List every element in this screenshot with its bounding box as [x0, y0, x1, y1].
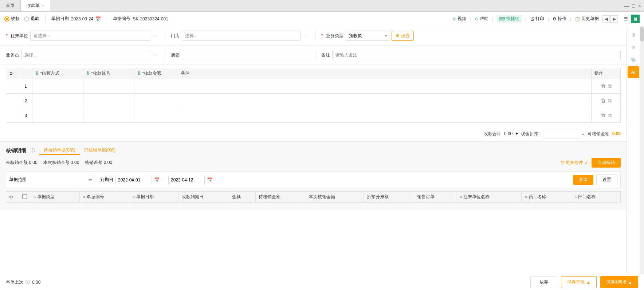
row2-setting [6, 94, 19, 108]
tab-home[interactable]: 首页 [0, 0, 21, 11]
table-row: 1 🗑 ⧉ [6, 79, 621, 94]
verify-info-icon[interactable]: ⓘ [31, 148, 35, 154]
business-type-select[interactable] [346, 31, 389, 41]
help-action[interactable]: ⊙ 帮助 [475, 16, 488, 22]
tab-close-icon[interactable]: × [42, 4, 44, 8]
partner-more-btn[interactable]: ··· [152, 33, 159, 38]
restore-icon[interactable]: □ [632, 3, 635, 9]
row1-settlement[interactable] [32, 79, 83, 94]
row2-remark[interactable] [178, 94, 592, 108]
cal-to-icon[interactable]: 📅 [207, 177, 212, 183]
table-row: 3 🗑 ⧉ [6, 108, 621, 123]
verify-settings-btn[interactable]: 设置 [596, 175, 617, 185]
row3-remark[interactable] [178, 108, 592, 123]
business-type-select-wrapper: ▼ [346, 31, 389, 41]
salesperson-input[interactable] [21, 50, 150, 60]
print-action[interactable]: 🖨 打印 [530, 16, 544, 22]
sidebar-ai-icon[interactable]: Ai [628, 66, 639, 78]
radio-refund[interactable]: 退款 [24, 16, 39, 22]
row1-delete-icon[interactable]: 🗑 [601, 83, 606, 89]
remark-input[interactable] [332, 50, 621, 60]
tab-bar: 首页 收款单 × — □ × [0, 0, 644, 12]
row3-delete-icon[interactable]: 🗑 [601, 112, 606, 118]
select-all-checkbox[interactable] [22, 194, 27, 199]
sidebar-table-icon[interactable]: ⊞ [628, 29, 639, 41]
discard-btn[interactable]: 放弃 [530, 276, 557, 288]
more-conditions-label: 更多条件 [566, 160, 583, 166]
store-input[interactable] [182, 31, 301, 41]
data-table-section: ⚙ ⇅ *结算方式 ⇅ *收款账号 ⇅ *收款金额 [0, 65, 627, 126]
salesperson-more-btn[interactable]: ··· [152, 52, 159, 58]
history-action[interactable]: 📋 历史单据 [575, 16, 599, 22]
form-row-2: 业务员 ··· 摘要 备注 [6, 48, 621, 62]
settings-button[interactable]: ⚙ 设置 [392, 31, 414, 41]
radio-receipt[interactable]: 收款 [4, 16, 20, 22]
col-doc-date-header: ⇅ 单据日期 [129, 192, 179, 203]
discount-input[interactable] [543, 129, 579, 138]
due-date-to-input[interactable] [168, 175, 205, 185]
row3-account[interactable] [83, 108, 134, 123]
row2-settlement[interactable] [32, 94, 83, 108]
save-draft-btn[interactable]: 保存草稿 ▲ [561, 276, 597, 288]
save-draft-caret: ▲ [586, 280, 590, 285]
more-conditions-btn[interactable]: ▽ 更多条件 ∧ [561, 160, 588, 166]
store-more-btn[interactable]: ··· [303, 33, 309, 38]
verify-tabs: 待核销单据(0笔) 已核销单据(0笔) [39, 146, 120, 155]
pending-tab[interactable]: 待核销单据(0笔) [39, 146, 80, 155]
store-label: 门店 [171, 33, 180, 39]
radio-refund-label: 退款 [31, 16, 39, 22]
save-new-label: 保存&新增 [606, 279, 627, 285]
operate-action[interactable]: ⚙ 操作 [553, 16, 566, 22]
row1-account[interactable] [83, 79, 134, 94]
col-action-header: 操作 [592, 68, 621, 79]
this-check-value: 0.00 [71, 160, 79, 165]
grid-view-icon[interactable]: ▦ [631, 15, 640, 23]
divider-3 [165, 51, 165, 59]
list-view-icon[interactable]: ☰ [621, 15, 630, 23]
auto-verify-btn[interactable]: 自动核销 [592, 158, 621, 168]
nav-next[interactable]: ▶ [610, 15, 618, 23]
minimize-icon[interactable]: — [624, 3, 629, 9]
this-check-label: 本次核销金额 [43, 160, 70, 165]
window-close-icon[interactable]: × [638, 3, 641, 9]
col-setting-header[interactable]: ⚙ [6, 68, 19, 79]
partner-input[interactable] [30, 31, 150, 41]
row3-amount[interactable] [134, 108, 178, 123]
form-section-1: * 往来单位 ··· 门店 ··· * 业务类型 ▼ [0, 26, 627, 46]
this-check-stat: 本次核销金额 0.00 [43, 160, 79, 166]
row2-delete-icon[interactable]: 🗑 [601, 98, 606, 104]
summary-input[interactable] [182, 50, 309, 60]
done-tab[interactable]: 已核销单据(0笔) [80, 146, 120, 155]
save-new-btn[interactable]: 保存&新增 ▲ [600, 276, 638, 288]
due-date-from-input[interactable] [115, 175, 152, 185]
nav-prev[interactable]: ◀ [602, 15, 610, 23]
query-btn[interactable]: 查询 [573, 175, 593, 185]
row3-action: 🗑 ⧉ [592, 108, 621, 123]
sidebar-attach-icon[interactable]: 📎 [628, 54, 639, 66]
col-checkbox-header[interactable] [19, 192, 30, 203]
row1-remark[interactable] [178, 79, 592, 94]
col-account-header: ⇅ *收款账号 [83, 68, 134, 79]
row2-account[interactable] [83, 94, 134, 108]
col-setting-2-header[interactable]: ⚙ [6, 192, 19, 203]
row2-copy-icon[interactable]: ⧉ [608, 98, 612, 104]
table-header: ⚙ ⇅ *结算方式 ⇅ *收款账号 ⇅ *收款金额 [6, 68, 621, 79]
doc-range-select[interactable] [29, 175, 94, 185]
video-action[interactable]: ⊙ 视频 [453, 16, 466, 22]
summary-row: 收款合计 0.00 + 现金折扣: = 可核销金额 0.00 [0, 126, 627, 141]
cal-from-icon[interactable]: 📅 [154, 177, 160, 183]
sidebar-mail-icon[interactable]: ✉ [628, 42, 639, 53]
calendar-icon[interactable]: 📅 [95, 16, 101, 21]
tab-receipt[interactable]: 收款单 × [21, 0, 50, 11]
row1-action: 🗑 ⧉ [592, 79, 621, 94]
shortcut-action[interactable]: ⌨ 快捷键 [497, 15, 522, 23]
row3-settlement[interactable] [32, 108, 83, 123]
footer-right: 放弃 保存草稿 ▲ 保存&新增 ▲ [530, 276, 638, 288]
col-dept-header: ⇅ 部门名称 [571, 192, 620, 203]
row1-copy-icon[interactable]: ⧉ [608, 83, 612, 89]
verify-title-row: 核销明细 ⓘ 待核销单据(0笔) 已核销单据(0笔) [6, 146, 621, 155]
row3-copy-icon[interactable]: ⧉ [608, 112, 612, 118]
row2-amount[interactable] [134, 94, 178, 108]
row1-amount[interactable] [134, 79, 178, 94]
info-icon[interactable]: ⓘ [25, 279, 30, 285]
